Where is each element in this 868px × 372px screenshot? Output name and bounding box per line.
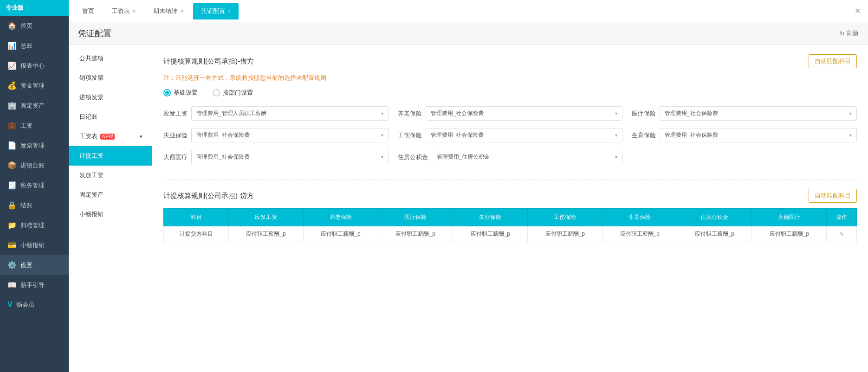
tab-voucher-close[interactable]: × — [228, 8, 231, 14]
injury-select[interactable]: 管理费用_社会保险费 ▾ — [426, 128, 623, 142]
menu-item-sales-invoice[interactable]: 销项发票 — [69, 68, 152, 88]
sidebar: 专业版 🏠 首页 📊 总账 📈 报表中心 💰 资金管理 🏢 固定资产 💼 工资 … — [0, 0, 69, 372]
radio-dept-setting[interactable]: 按部门设置 — [213, 89, 253, 97]
debit-section: 计提核算规则(公司承担)-借方 自动匹配科目 注：只能选择一种方式，系统将按照您… — [163, 54, 857, 164]
menu-label: 发放工资 — [79, 171, 104, 180]
archive-icon: 📁 — [7, 221, 17, 230]
member-icon: V — [7, 301, 13, 309]
sidebar-item-purchase-sales[interactable]: 📦 进销台账 — [0, 155, 69, 175]
funds-icon: 💰 — [7, 81, 17, 90]
sidebar-item-reports[interactable]: 📈 报表中心 — [0, 56, 69, 76]
injury-select-value: 管理费用_社会保险费 — [431, 131, 484, 139]
cell-edit[interactable]: ✎ — [827, 226, 857, 242]
menu-item-purchase-invoice[interactable]: 进项发票 — [69, 88, 152, 107]
tab-period-end[interactable]: 期末结转 × — [145, 3, 191, 19]
medical-select[interactable]: 管理费用_社会保险费 ▾ — [660, 106, 857, 121]
purchase-sales-icon: 📦 — [7, 161, 17, 170]
salary-select-value: 管理费用_管理人员职工薪酬 — [196, 109, 266, 117]
refresh-button[interactable]: ↻ 刷新 — [840, 29, 859, 38]
debit-auto-match-button[interactable]: 自动匹配科目 — [809, 54, 857, 68]
edit-icon[interactable]: ✎ — [839, 231, 844, 237]
top-tabs: 首页 工资表 × 期末结转 × 凭证配置 × ✕ — [69, 0, 868, 22]
salary-label: 应发工资 — [163, 109, 188, 118]
radio-dept-circle — [213, 89, 220, 96]
chevron-down-icon: ▾ — [381, 133, 383, 138]
page-header: 凭证配置 ↻ 刷新 — [69, 22, 868, 45]
guide-icon: 📖 — [7, 281, 17, 289]
closing-icon: 🔒 — [7, 201, 17, 210]
unemployment-select-value: 管理费用_社会保险费 — [196, 131, 250, 139]
sidebar-item-ledger[interactable]: 📊 总账 — [0, 36, 69, 56]
cell-injury: 应付职工薪酬_p — [528, 226, 602, 242]
pension-select[interactable]: 管理费用_社会保险费 ▾ — [426, 106, 623, 121]
menu-label: 进项发票 — [79, 93, 104, 102]
menu-label: 销项发票 — [79, 74, 104, 82]
medical-label: 医疗保险 — [632, 109, 656, 118]
sidebar-item-label: 结账 — [20, 201, 32, 210]
invoice-mgmt-icon: 📄 — [7, 141, 17, 150]
cell-maternity: 应付职工薪酬_p — [602, 226, 677, 242]
tab-home[interactable]: 首页 — [74, 3, 102, 19]
menu-item-payroll-table[interactable]: 工资表 NEW ▾ — [69, 127, 152, 146]
sidebar-item-member[interactable]: V 畅会员 — [0, 295, 69, 314]
menu-item-pay-payroll[interactable]: 发放工资 — [69, 166, 152, 185]
sidebar-item-funds[interactable]: 💰 资金管理 — [0, 76, 69, 96]
menu-item-accrual-payroll[interactable]: 计提工资 — [69, 146, 152, 166]
section-divider — [163, 179, 857, 180]
sidebar-item-archive[interactable]: 📁 归档管理 — [0, 215, 69, 235]
sidebar-item-home[interactable]: 🏠 首页 — [0, 16, 69, 36]
unemployment-select[interactable]: 管理费用_社会保险费 ▾ — [191, 128, 389, 142]
home-icon: 🏠 — [7, 21, 17, 30]
col-header-unemployment: 失业保险 — [453, 209, 528, 226]
sidebar-item-label: 税务管理 — [20, 181, 45, 190]
table-row: 计提贷方科目 应付职工薪酬_p 应付职工薪酬_p 应付职工薪酬_p 应付职工薪酬… — [164, 226, 857, 242]
injury-label: 工伤保险 — [398, 131, 422, 140]
col-header-medical: 医疗保险 — [378, 209, 453, 226]
sidebar-item-closing[interactable]: 🔒 结账 — [0, 195, 69, 215]
col-header-large-medical: 大额医疗 — [752, 209, 827, 226]
housing-fund-select[interactable]: 管理费用_住房公积金 ▾ — [432, 150, 623, 164]
large-medical-select[interactable]: 管理费用_社会保险费 ▾ — [191, 150, 389, 164]
debit-warning-note: 注：只能选择一种方式，系统将按照您当前的选择来配置规则 — [163, 74, 857, 82]
menu-label: 小畅报销 — [79, 210, 104, 218]
tab-voucher-label: 凭证配置 — [201, 7, 225, 15]
sidebar-item-guide[interactable]: 📖 新手引导 — [0, 275, 69, 295]
reports-icon: 📈 — [7, 61, 17, 70]
col-header-injury: 工伤保险 — [528, 209, 602, 226]
tab-voucher-config[interactable]: 凭证配置 × — [193, 3, 239, 19]
sidebar-header: 专业版 — [0, 0, 69, 16]
sidebar-item-tax[interactable]: 🧾 税务管理 — [0, 175, 69, 195]
form-row-housing-fund: 住房公积金 管理费用_住房公积金 ▾ — [398, 150, 623, 164]
tab-home-label: 首页 — [82, 7, 94, 15]
unemployment-label: 失业保险 — [163, 131, 188, 140]
settings-icon: ⚙️ — [7, 261, 17, 269]
tab-payroll-table[interactable]: 工资表 × — [104, 3, 143, 19]
form-row-maternity: 生育保险 管理费用_社会保险费 ▾ — [632, 128, 857, 142]
cell-subject: 计提贷方科目 — [164, 226, 229, 242]
debit-section-title: 计提核算规则(公司承担)-借方 — [163, 57, 254, 66]
salary-select[interactable]: 管理费用_管理人员职工薪酬 ▾ — [191, 106, 389, 121]
menu-item-public-options[interactable]: 公共选项 — [69, 49, 152, 68]
menu-item-journal[interactable]: 日记账 — [69, 107, 152, 127]
close-all-btn[interactable]: ✕ — [853, 5, 862, 17]
col-header-pension: 养老保险 — [304, 209, 378, 226]
sidebar-item-payroll[interactable]: 💼 工资 — [0, 115, 69, 135]
sidebar-item-assets[interactable]: 🏢 固定资产 — [0, 96, 69, 115]
maternity-select[interactable]: 管理费用_社会保险费 ▾ — [660, 128, 857, 142]
sidebar-item-invoice-mgmt[interactable]: 📄 发票管理 — [0, 135, 69, 155]
chevron-down-icon: ▾ — [615, 154, 617, 160]
tab-period-close[interactable]: × — [180, 8, 183, 14]
debit-section-header: 计提核算规则(公司承担)-借方 自动匹配科目 — [163, 54, 857, 68]
tab-payroll-close[interactable]: × — [133, 8, 136, 14]
large-medical-select-value: 管理费用_社会保险费 — [196, 153, 250, 161]
sidebar-item-settings[interactable]: ⚙️ 设置 — [0, 255, 69, 275]
form-row-salary: 应发工资 管理费用_管理人员职工薪酬 ▾ — [163, 106, 389, 121]
sidebar-item-xiao-expense[interactable]: 💳 小畅报销 — [0, 235, 69, 255]
menu-item-xiao-expense[interactable]: 小畅报销 — [69, 205, 152, 224]
menu-label: 工资表 NEW — [79, 132, 115, 141]
radio-basic-setting[interactable]: 基础设置 — [163, 89, 198, 97]
credit-auto-match-button[interactable]: 自动匹配科目 — [809, 189, 857, 203]
menu-item-fixed-assets[interactable]: 固定资产 — [69, 185, 152, 205]
sidebar-item-label: 进销台账 — [20, 161, 45, 170]
content-area: 公共选项 销项发票 进项发票 日记账 工资表 NEW ▾ 计提工资 — [69, 45, 868, 372]
